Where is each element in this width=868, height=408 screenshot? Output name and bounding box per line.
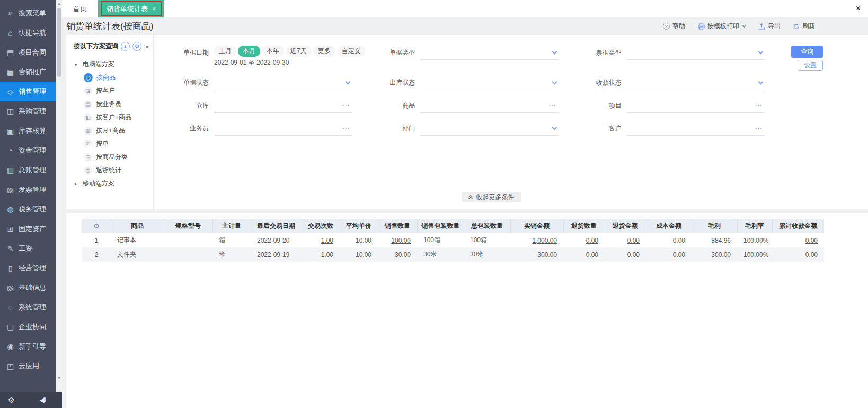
column-settings-gear-icon[interactable]: ⚙ <box>82 219 111 233</box>
scrollbar-thumb[interactable] <box>57 8 61 77</box>
tree-group-desktop[interactable]: ▾ 电脑端方案 <box>74 58 149 71</box>
sidebar-item-general-ledger[interactable]: ▥总账管理 <box>0 160 56 180</box>
scheme-settings-icon[interactable]: ⚙ <box>132 42 141 51</box>
preset-this-year[interactable]: 本年 <box>262 46 284 57</box>
ellipsis-icon[interactable]: ··· <box>755 102 763 109</box>
sidebar-item-basic-info[interactable]: ▧基础信息 <box>0 278 56 297</box>
department-select[interactable] <box>420 121 558 136</box>
scheme-item-by-salesman[interactable]: ▤按业务员 <box>74 97 149 111</box>
query-button[interactable]: 查询 <box>791 46 823 58</box>
salesman-lookup[interactable]: ··· <box>214 121 352 136</box>
close-page-button[interactable]: × <box>848 0 868 17</box>
sidebar-item-cloud-apps[interactable]: ◳云应用 <box>0 356 56 376</box>
drill-link-return-qty[interactable]: 0.00 <box>563 233 605 247</box>
drill-link-received[interactable]: 0.00 <box>772 233 824 247</box>
print-by-template-button[interactable]: 按模板打印 <box>698 22 746 31</box>
preset-last-month[interactable]: 上月 <box>214 46 236 57</box>
collapse-panel-icon[interactable]: « <box>145 42 149 50</box>
scheme-item-by-customer[interactable]: ◪按客户 <box>74 84 149 97</box>
sidebar-item-collaboration[interactable]: ▢企业协同 <box>0 317 56 336</box>
scheme-item-by-product-category[interactable]: ◲按商品分类 <box>74 150 149 164</box>
ellipsis-icon[interactable]: ··· <box>342 125 350 131</box>
cell-total-pkg: 30米 <box>464 247 510 262</box>
tab-close-icon[interactable]: × <box>152 5 156 13</box>
preset-last-7-days[interactable]: 近7天 <box>286 46 312 57</box>
sidebar-item-project-contract[interactable]: ▤项目合同 <box>0 42 56 62</box>
customer-lookup[interactable]: ··· <box>627 121 765 136</box>
scroll-down-icon[interactable]: ▾ <box>56 376 62 380</box>
scheme-item-return-stats[interactable]: ◴退货统计 <box>74 164 149 177</box>
ellipsis-icon[interactable]: ··· <box>755 125 763 131</box>
sidebar-item-system-mgmt[interactable]: ◌系统管理 <box>0 297 56 317</box>
sidebar-item-beginner-guide[interactable]: ◉新手引导 <box>0 336 56 356</box>
help-button[interactable]: ? 帮助 <box>663 22 685 31</box>
warehouse-icon: ▣ <box>6 127 15 135</box>
refresh-icon <box>793 23 800 30</box>
bill-type-select[interactable] <box>420 46 558 60</box>
settings-gear-icon[interactable]: ⚙ <box>8 396 15 404</box>
drill-link-sales-qty[interactable]: 100.00 <box>378 233 417 247</box>
chart-icon: ◪ <box>84 87 92 95</box>
sidebar-item-marketing[interactable]: ▦营销推广 <box>0 62 56 82</box>
col-avg-price: 平均单价 <box>340 219 378 233</box>
content-area: 按以下方案查询 + ⚙ « ▾ 电脑端方案 ◷按商品 ◪按客户 ▤按业务员 ◧按 <box>62 35 868 408</box>
scheme-item-by-customer-product[interactable]: ◧按客户+商品 <box>74 111 149 124</box>
drill-link-sales-amount[interactable]: 1,000.00 <box>510 233 563 247</box>
sidebar-item-salary[interactable]: ✎工资 <box>0 238 56 258</box>
drill-link-return-amount[interactable]: 0.00 <box>605 247 646 262</box>
payment-status-select[interactable] <box>627 76 765 90</box>
chevron-down-icon[interactable] <box>758 49 764 55</box>
sidebar-item-purchase-mgmt[interactable]: ◫采购管理 <box>0 101 56 121</box>
scheme-item-by-product[interactable]: ◷按商品 <box>74 71 149 84</box>
bill-status-select[interactable] <box>214 76 352 90</box>
drill-link-return-qty[interactable]: 0.00 <box>563 247 605 262</box>
settings-button[interactable]: 设置 <box>798 60 823 71</box>
ellipsis-icon[interactable]: ··· <box>342 102 350 109</box>
drill-link-sales-qty[interactable]: 30.00 <box>378 247 417 262</box>
collapse-sidebar-icon[interactable]: ◀‖ <box>40 396 45 404</box>
preset-custom[interactable]: 自定义 <box>337 46 366 57</box>
drill-link-trade-count[interactable]: 1.00 <box>302 233 340 247</box>
tab-sales-report[interactable]: 销货单统计表 × <box>98 0 164 17</box>
export-button[interactable]: 导出 <box>758 22 781 31</box>
chevron-down-icon[interactable] <box>346 79 351 85</box>
sidebar-item-tax[interactable]: ◍税务管理 <box>0 199 56 219</box>
sidebar-item-quick-nav[interactable]: ⌂快捷导航 <box>0 23 56 42</box>
drill-link-trade-count[interactable]: 1.00 <box>302 247 340 262</box>
chevron-down-icon[interactable] <box>742 23 746 27</box>
sidebar-item-invoice[interactable]: ▨发票管理 <box>0 180 56 199</box>
date-range-value[interactable]: 2022-09-01 至 2022-09-30 <box>214 58 366 67</box>
drill-link-received[interactable]: 0.00 <box>772 247 824 262</box>
sidebar-item-search-menu[interactable]: ⌕搜索菜单 <box>0 3 56 23</box>
scheme-item-by-month-product[interactable]: ▥按月+商品 <box>74 124 149 137</box>
sidebar-item-inventory[interactable]: ▣库存核算 <box>0 121 56 140</box>
chevron-down-icon[interactable] <box>758 79 764 85</box>
scheme-item-by-bill[interactable]: ◰按单 <box>74 137 149 150</box>
warehouse-lookup[interactable]: ··· <box>214 99 352 113</box>
ticket-type-select[interactable] <box>627 46 765 60</box>
ellipsis-icon[interactable]: ··· <box>549 102 556 109</box>
chevron-down-icon[interactable] <box>552 125 557 130</box>
collapse-conditions-button[interactable]: 收起更多条件 <box>462 192 521 202</box>
sidebar-item-funds[interactable]: ◔资金管理 <box>0 140 56 160</box>
sidebar-item-fixed-assets[interactable]: ⊞固定资产 <box>0 219 56 238</box>
preset-this-month[interactable]: 本月 <box>238 46 260 57</box>
refresh-button[interactable]: 刷新 <box>793 22 815 31</box>
tab-home[interactable]: 首页 <box>62 0 98 17</box>
sidebar-item-operations[interactable]: ▯经营管理 <box>0 258 56 278</box>
cell-sales-pkg: 100箱 <box>417 233 464 247</box>
drill-link-return-amount[interactable]: 0.00 <box>605 233 646 247</box>
id-card-icon: ▧ <box>6 283 15 292</box>
sidebar-scrollbar[interactable]: ▴ ▾ <box>56 0 62 392</box>
drill-link-sales-amount[interactable]: 300.00 <box>510 247 563 262</box>
sidebar-item-sales-mgmt[interactable]: ◇销售管理 <box>0 82 56 101</box>
scroll-up-icon[interactable]: ▴ <box>56 1 62 6</box>
chevron-down-icon[interactable] <box>552 49 557 55</box>
chevron-down-icon[interactable] <box>552 79 557 85</box>
add-scheme-icon[interactable]: + <box>121 42 130 51</box>
tree-group-mobile[interactable]: ▸ 移动端方案 <box>74 177 149 190</box>
project-lookup[interactable]: ··· <box>627 99 765 113</box>
outbound-status-select[interactable] <box>420 76 558 90</box>
preset-more[interactable]: 更多 <box>313 46 335 57</box>
product-lookup[interactable]: ··· <box>420 99 558 113</box>
